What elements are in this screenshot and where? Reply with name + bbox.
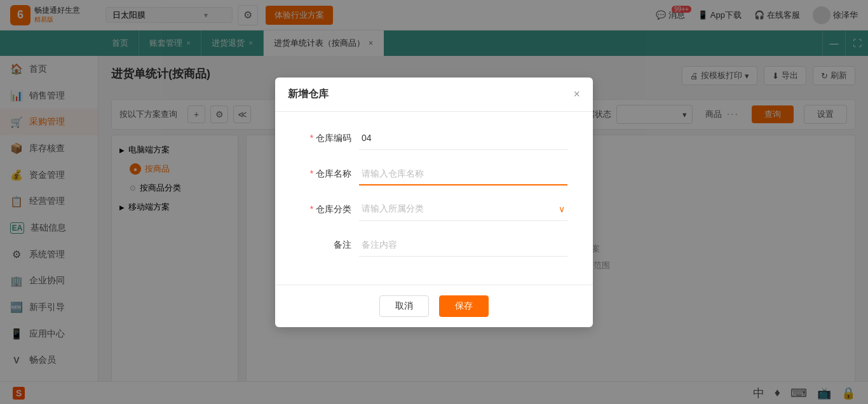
code-label: 仓库编码 bbox=[301, 133, 351, 144]
category-arrow-icon: ∨ bbox=[559, 204, 565, 214]
note-input[interactable] bbox=[359, 234, 567, 257]
modal-header: 新增仓库 × bbox=[275, 77, 593, 112]
category-placeholder: 请输入所属分类 bbox=[362, 203, 424, 215]
category-select[interactable]: 请输入所属分类 ∨ bbox=[359, 198, 567, 221]
modal-body: 仓库编码 仓库名称 仓库分类 请输入所属分类 ∨ 备注 bbox=[275, 112, 593, 285]
form-row-category: 仓库分类 请输入所属分类 ∨ bbox=[301, 198, 567, 221]
note-label: 备注 bbox=[301, 239, 351, 251]
name-input[interactable] bbox=[359, 163, 567, 185]
new-warehouse-modal: 新增仓库 × 仓库编码 仓库名称 仓库分类 请输入所属分类 ∨ bbox=[275, 77, 593, 327]
form-row-note: 备注 bbox=[301, 234, 567, 257]
form-row-name: 仓库名称 bbox=[301, 163, 567, 185]
modal-footer: 取消 保存 bbox=[275, 285, 593, 327]
code-input[interactable] bbox=[359, 127, 567, 150]
modal-title: 新增仓库 bbox=[288, 88, 329, 101]
cancel-button[interactable]: 取消 bbox=[379, 295, 429, 317]
name-label: 仓库名称 bbox=[301, 168, 351, 180]
save-button[interactable]: 保存 bbox=[439, 295, 489, 317]
modal-overlay: 新增仓库 × 仓库编码 仓库名称 仓库分类 请输入所属分类 ∨ bbox=[0, 0, 868, 404]
category-label: 仓库分类 bbox=[301, 204, 351, 215]
modal-close-button[interactable]: × bbox=[573, 88, 580, 101]
form-row-code: 仓库编码 bbox=[301, 127, 567, 150]
